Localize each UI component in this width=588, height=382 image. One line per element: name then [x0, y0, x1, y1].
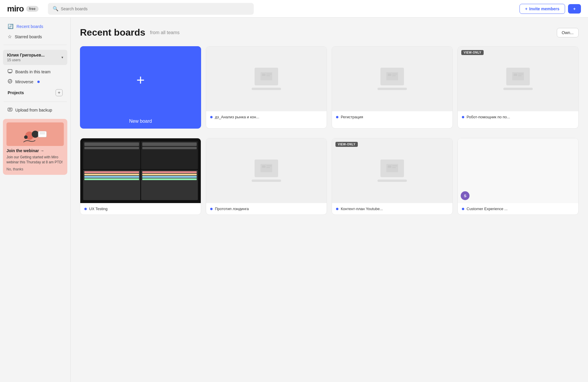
- svg-rect-11: [38, 131, 46, 137]
- board-card-5[interactable]: Прототип лэндинга: [206, 138, 327, 215]
- board-logo-placeholder-6: [377, 160, 407, 182]
- board-thumbnail-5: [206, 138, 327, 203]
- board-logo-icon-5: [255, 160, 278, 177]
- board-card-6[interactable]: VIEW-ONLY Контент-план Youtube...: [332, 138, 453, 215]
- board-logo-icon: [255, 68, 278, 85]
- sidebar-divider-1: [4, 45, 67, 45]
- invite-plus-icon: +: [525, 6, 527, 11]
- boards-grid-row2: UX Testing Прототип лэндинга: [80, 138, 579, 215]
- board-name-4: UX Testing: [89, 207, 108, 211]
- sidebar: 🔄 Recent boards ☆ Starred boards Юлия Гр…: [0, 18, 71, 382]
- svg-rect-15: [260, 72, 272, 80]
- svg-point-10: [32, 131, 39, 138]
- star-icon: ☆: [8, 34, 12, 39]
- svg-rect-20: [388, 74, 391, 76]
- board-info-1: дз_Анализ рынка и кон...: [206, 111, 327, 123]
- sidebar-item-recent-boards[interactable]: 🔄 Recent boards: [2, 21, 69, 31]
- svg-rect-26: [518, 75, 522, 76]
- svg-rect-27: [260, 164, 272, 172]
- board-info-6: Контент-план Youtube...: [332, 203, 452, 215]
- webinar-image: [6, 122, 64, 146]
- svg-rect-25: [518, 74, 523, 74]
- recent-boards-icon: 🔄: [8, 24, 14, 29]
- miroverse-dot: [37, 81, 40, 83]
- add-project-button[interactable]: +: [56, 89, 63, 96]
- board-card-3[interactable]: VIEW-ONLY Робот-помощник по по...: [457, 46, 579, 129]
- sidebar-item-starred-boards[interactable]: ☆ Starred boards: [2, 31, 69, 42]
- team-selector[interactable]: Юлия Григорьев... 15 users ▾: [3, 50, 67, 65]
- svg-rect-31: [386, 164, 398, 172]
- layout: 🔄 Recent boards ☆ Starred boards Юлия Гр…: [0, 18, 588, 382]
- board-logo-icon-3: [506, 68, 530, 85]
- board-name-3: Робот-помощник по по...: [467, 115, 510, 119]
- board-logo-bar-3: [503, 88, 533, 90]
- board-info-2: Регистрация: [332, 111, 452, 123]
- board-logo-placeholder: [252, 68, 281, 90]
- svg-rect-33: [392, 165, 397, 166]
- board-card-2[interactable]: Регистрация: [332, 46, 453, 129]
- svg-rect-34: [392, 167, 396, 168]
- miroverse-icon: [8, 79, 12, 85]
- webinar-title[interactable]: Join the webinar →: [6, 148, 64, 153]
- team-users: 15 users: [7, 58, 45, 62]
- svg-rect-18: [266, 75, 270, 76]
- board-logo-bar: [252, 88, 281, 90]
- sidebar-item-miroverse[interactable]: Miroverse: [2, 77, 69, 87]
- svg-rect-29: [266, 165, 272, 166]
- search-icon: 🔍: [53, 6, 59, 11]
- board-dot-5: [210, 208, 213, 210]
- board-card-1[interactable]: дз_Анализ рынка и кон...: [206, 46, 327, 129]
- svg-rect-19: [386, 72, 398, 80]
- team-name: Юлия Григорьев...: [7, 53, 45, 57]
- sidebar-item-upload[interactable]: Upload from backup: [2, 105, 69, 115]
- projects-label: Projects: [8, 90, 24, 95]
- action-button[interactable]: +: [568, 4, 581, 14]
- board-logo-placeholder-3: [503, 68, 533, 90]
- new-board-thumbnail: +: [80, 46, 201, 114]
- svg-rect-32: [388, 165, 391, 168]
- board-card-7[interactable]: S Customer Experience ...: [457, 138, 579, 215]
- svg-rect-17: [266, 74, 272, 74]
- webinar-card: Join the webinar → Join our Getting star…: [3, 119, 67, 175]
- board-thumbnail-6: VIEW-ONLY: [332, 138, 452, 203]
- boards-in-team-label: Boards in this team: [15, 69, 51, 74]
- board-dot-7: [462, 208, 464, 210]
- team-info: Юлия Григорьев... 15 users: [7, 53, 45, 62]
- invite-label: Invite members: [529, 6, 559, 11]
- view-only-badge-6: VIEW-ONLY: [335, 142, 358, 147]
- svg-rect-22: [392, 75, 396, 76]
- header-filter[interactable]: Own...: [557, 28, 579, 37]
- new-board-card[interactable]: + New board: [80, 46, 201, 129]
- sidebar-item-boards-in-team[interactable]: Boards in this team: [2, 67, 69, 77]
- board-logo-bar-5: [252, 180, 281, 182]
- board-logo-bar-6: [377, 180, 407, 182]
- filter-button[interactable]: Own...: [557, 28, 579, 37]
- board-logo-icon-2: [380, 68, 404, 85]
- board-thumbnail-2: [332, 46, 452, 111]
- invite-members-button[interactable]: + Invite members: [519, 4, 565, 14]
- board-dot-6: [336, 208, 338, 210]
- search-bar[interactable]: 🔍: [48, 3, 254, 15]
- board-thumbnail-7: S: [458, 138, 578, 203]
- board-thumbnail-4: [80, 138, 201, 203]
- board-logo-placeholder-5: [252, 160, 281, 182]
- no-thanks-button[interactable]: No, thanks: [6, 167, 64, 171]
- page-header: Recent boards from all teams Own...: [80, 27, 579, 38]
- cx-avatar: S: [461, 191, 470, 200]
- board-card-4[interactable]: UX Testing: [80, 138, 201, 215]
- board-logo-bar-2: [377, 88, 407, 90]
- svg-rect-16: [262, 74, 265, 76]
- logo: miro: [7, 4, 24, 14]
- board-dot-3: [462, 116, 464, 118]
- board-info-3: Робот-помощник по по...: [458, 111, 578, 123]
- logo-area: miro free: [7, 4, 39, 14]
- topbar-right: + Invite members +: [519, 4, 581, 14]
- board-info-7: Customer Experience ...: [458, 203, 578, 215]
- board-info-5: Прототип лэндинга: [206, 203, 327, 215]
- sidebar-divider-2: [4, 102, 67, 102]
- main-content: Recent boards from all teams Own... + Ne…: [71, 18, 588, 382]
- svg-rect-24: [514, 74, 517, 76]
- miroverse-label: Miroverse: [15, 79, 33, 84]
- page-subtitle: from all teams: [150, 30, 179, 35]
- search-input[interactable]: [61, 6, 249, 11]
